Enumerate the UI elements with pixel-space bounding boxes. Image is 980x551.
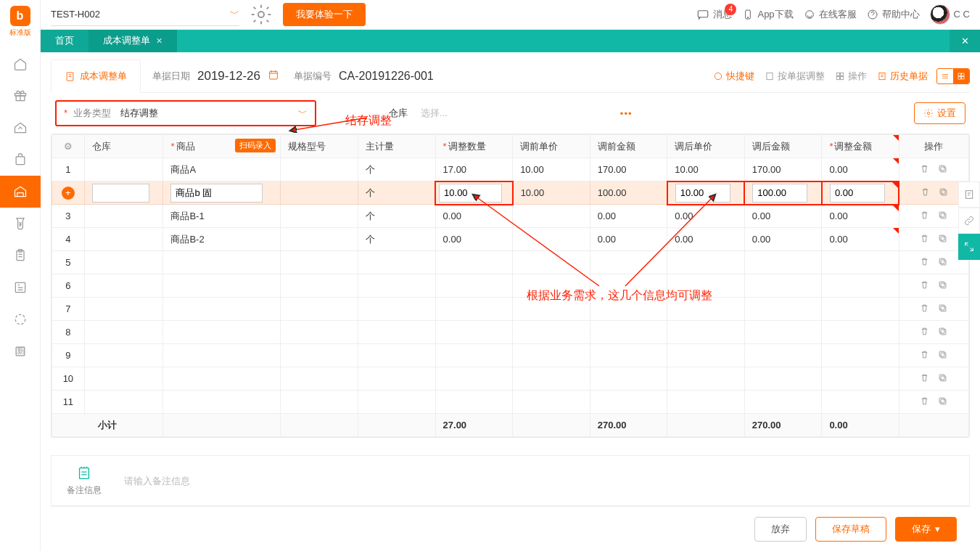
support-link[interactable]: 在线客服 [804, 8, 857, 21]
date-value[interactable]: 2019-12-26 [197, 69, 260, 83]
settings-button[interactable]: 设置 [914, 102, 965, 124]
cta-button[interactable]: 我要体验一下 [283, 3, 366, 26]
copy-row-icon[interactable] [937, 256, 948, 269]
table-row[interactable]: 7 [52, 298, 969, 321]
col-op: 操作 [899, 135, 968, 158]
delete-row-icon[interactable] [919, 396, 930, 409]
column-settings-icon[interactable]: ⚙ [52, 135, 85, 158]
copy-row-icon[interactable] [937, 326, 948, 339]
tab-home[interactable]: 首页 [41, 30, 88, 52]
copy-row-icon[interactable] [937, 163, 948, 176]
byorder-action[interactable]: 按单据调整 [765, 70, 825, 83]
scan-input-button[interactable]: 扫码录入 [235, 139, 276, 152]
app-download-link[interactable]: App下载 [742, 8, 793, 21]
svg-rect-27 [962, 76, 965, 79]
workspace-tabs: 首页 成本调整单 ✕ ✕ [41, 30, 980, 52]
postamt-input[interactable] [752, 184, 807, 203]
qty-input[interactable] [439, 184, 502, 203]
user-menu[interactable]: C C [930, 4, 970, 25]
copy-row-icon[interactable] [937, 279, 948, 293]
svg-rect-38 [940, 258, 945, 264]
save-draft-button[interactable]: 保存草稿 [815, 517, 886, 542]
history-action[interactable]: 历史单据 [877, 70, 928, 83]
view-list-icon[interactable] [937, 69, 953, 83]
adjamt-input[interactable] [830, 184, 885, 203]
svg-rect-26 [958, 76, 961, 79]
svg-rect-39 [941, 283, 946, 288]
discard-button[interactable]: 放弃 [754, 517, 807, 542]
remarks-input[interactable] [117, 466, 969, 495]
delete-row-icon[interactable] [919, 303, 930, 316]
delete-row-icon[interactable] [919, 233, 930, 246]
business-type-select[interactable]: * 业务类型 结存调整 ﹀ [55, 100, 316, 126]
shortcut-action[interactable]: 快捷键 [713, 70, 754, 83]
dock-note-icon[interactable] [958, 181, 980, 208]
copy-row-icon[interactable] [937, 396, 948, 409]
warehouse-select[interactable]: 仓库 选择... ••• [389, 107, 633, 120]
table-row[interactable]: 1商品A个17.0010.00170.0010.00170.000.00 [52, 158, 969, 181]
delete-row-icon[interactable] [920, 187, 931, 200]
help-link[interactable]: 帮助中心 [867, 8, 920, 21]
dock-expand-icon[interactable] [958, 234, 980, 260]
nav-upload-icon[interactable] [0, 112, 41, 144]
nav-report-icon[interactable] [0, 272, 41, 303]
calendar-icon[interactable] [268, 69, 279, 83]
subtotal-row: 小计 27.00 270.00 270.00 0.00 [52, 414, 969, 437]
warehouse-input[interactable] [92, 184, 149, 203]
messages-link[interactable]: 消息 4 [696, 8, 732, 21]
nav-gift-icon[interactable] [0, 80, 41, 112]
table-row[interactable]: 5 [52, 251, 969, 274]
delete-row-icon[interactable] [919, 326, 930, 339]
view-toggle[interactable] [936, 68, 970, 84]
delete-row-icon[interactable] [919, 163, 930, 176]
nav-warehouse-active-icon[interactable] [0, 176, 41, 208]
table-row[interactable]: 11 [52, 391, 969, 414]
nav-home-icon[interactable] [0, 48, 41, 80]
tenant-selector[interactable]: TEST-H002 ﹀ [51, 3, 239, 26]
add-row-button[interactable]: + [52, 181, 85, 205]
svg-rect-40 [940, 282, 945, 287]
svg-rect-35 [941, 237, 946, 242]
save-button[interactable]: 保存▾ [895, 517, 957, 542]
table-row[interactable]: 9 [52, 344, 969, 367]
svg-rect-22 [841, 76, 844, 79]
tab-cost-adjust[interactable]: 成本调整单 ✕ [88, 30, 177, 52]
product-input[interactable] [170, 184, 263, 203]
delete-row-icon[interactable] [919, 372, 930, 385]
postprice-input[interactable] [675, 184, 730, 203]
svg-rect-45 [941, 353, 946, 358]
table-row[interactable]: 10 [52, 367, 969, 391]
delete-row-icon[interactable] [919, 279, 930, 293]
copy-row-icon[interactable] [937, 372, 948, 385]
table-row[interactable]: +个10.00100.00 [52, 181, 969, 205]
table-row[interactable]: 4商品B-2个0.000.000.000.000.00 [52, 228, 969, 251]
table-row[interactable]: 3商品B-1个0.000.000.000.000.00 [52, 205, 969, 228]
svg-rect-37 [941, 260, 946, 265]
copy-row-icon[interactable] [937, 210, 948, 223]
table-row[interactable]: 6 [52, 274, 969, 298]
tenant-settings-icon[interactable] [250, 3, 273, 26]
operate-action[interactable]: 操作 [835, 70, 867, 83]
copy-row-icon[interactable] [937, 303, 948, 316]
dock-link-icon[interactable] [958, 208, 980, 234]
ellipsis-icon[interactable]: ••• [620, 108, 633, 119]
delete-row-icon[interactable] [919, 256, 930, 269]
nav-clipboard-icon[interactable] [0, 240, 41, 272]
nav-bag-icon[interactable] [0, 144, 41, 176]
nav-new-icon[interactable]: 新 [0, 335, 41, 367]
chevron-down-icon: ▾ [935, 523, 940, 534]
view-grid-icon[interactable] [953, 69, 969, 83]
col-unit: 主计量 [358, 135, 436, 158]
delete-row-icon[interactable] [919, 349, 930, 362]
table-row[interactable]: 8 [52, 321, 969, 344]
nav-money-icon[interactable] [0, 208, 41, 240]
copy-row-icon[interactable] [938, 187, 949, 200]
close-icon[interactable]: ✕ [156, 36, 162, 46]
tabs-close-all[interactable]: ✕ [950, 30, 980, 52]
nav-cycle-icon[interactable] [0, 303, 41, 335]
col-postamt: 调后金额 [744, 135, 822, 158]
copy-row-icon[interactable] [937, 349, 948, 362]
copy-row-icon[interactable] [937, 233, 948, 246]
delete-row-icon[interactable] [919, 210, 930, 223]
doc-title-tab[interactable]: 成本调整单 [51, 60, 141, 93]
